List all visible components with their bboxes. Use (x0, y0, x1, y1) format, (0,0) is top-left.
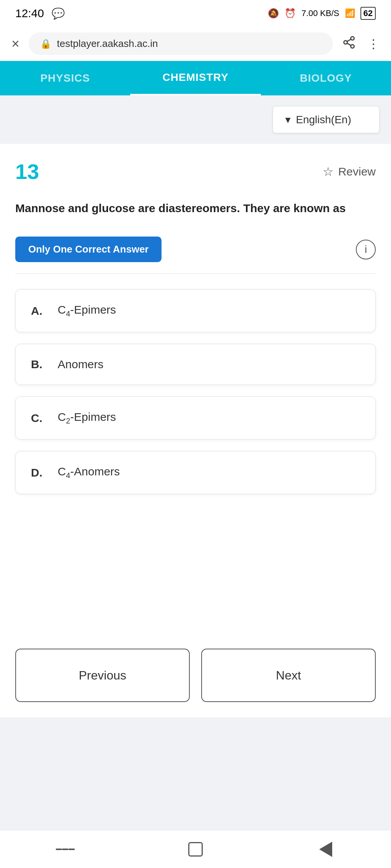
options-list: A. C4-Epimers B. Anomers C. C2-Epimers D… (15, 289, 376, 494)
android-nav-bar (0, 830, 391, 868)
answer-type-badge[interactable]: Only One Correct Answer (15, 237, 162, 262)
more-options-icon[interactable]: ⋮ (367, 37, 380, 51)
back-triangle-icon (319, 842, 332, 857)
option-a-text: C4-Epimers (58, 303, 116, 318)
option-b[interactable]: B. Anomers (15, 344, 376, 385)
language-bar: ▾ English(En) (0, 95, 391, 144)
tab-biology[interactable]: BIOLOGY (261, 61, 391, 95)
tab-chemistry[interactable]: CHEMISTRY (130, 61, 260, 95)
home-square-icon (188, 842, 203, 857)
subject-tab-bar: PHYSICS CHEMISTRY BIOLOGY (0, 61, 391, 95)
svg-line-3 (347, 43, 351, 45)
signal-icon: 📶 (345, 8, 355, 18)
option-a[interactable]: A. C4-Epimers (15, 289, 376, 332)
speed-display: 7.00 KB/S (301, 8, 339, 18)
star-icon: ☆ (323, 164, 334, 179)
notification-icon: 🔕 (268, 8, 279, 19)
section-divider (15, 274, 376, 274)
question-text: Mannose and glucose are diastereomers. T… (15, 199, 376, 217)
answer-type-row: Only One Correct Answer i (15, 237, 376, 262)
close-button[interactable]: × (11, 36, 19, 52)
status-bar: 12:40 💬 🔕 ⏰ 7.00 KB/S 📶 62 (0, 0, 391, 27)
url-bar[interactable]: 🔒 testplayer.aakash.ac.in (29, 32, 333, 55)
option-c-label: C. (31, 412, 46, 425)
next-button[interactable]: Next (201, 649, 376, 702)
battery-indicator: 62 (360, 7, 376, 20)
language-label: English(En) (296, 114, 351, 126)
android-menu-icon[interactable] (56, 840, 75, 859)
url-text: testplayer.aakash.ac.in (57, 38, 158, 50)
alarm-icon: ⏰ (284, 8, 296, 19)
option-d[interactable]: D. C4-Anomers (15, 451, 376, 494)
spacer (0, 717, 391, 830)
info-icon[interactable]: i (356, 240, 376, 259)
option-a-label: A. (31, 304, 46, 317)
status-icons: 🔕 ⏰ 7.00 KB/S 📶 62 (268, 7, 376, 20)
language-dropdown[interactable]: ▾ English(En) (273, 106, 380, 133)
question-container: 13 ☆ Review Mannose and glucose are dias… (0, 144, 391, 637)
review-button[interactable]: ☆ Review (323, 164, 376, 179)
browser-bar: × 🔒 testplayer.aakash.ac.in ⋮ (0, 27, 391, 61)
lock-icon: 🔒 (40, 39, 52, 49)
android-home-icon[interactable] (186, 840, 205, 859)
navigation-buttons: Previous Next (0, 637, 391, 717)
review-label: Review (338, 165, 376, 178)
chevron-down-icon: ▾ (285, 113, 291, 126)
option-c[interactable]: C. C2-Epimers (15, 396, 376, 440)
option-b-text: Anomers (58, 358, 103, 371)
battery-level: 62 (364, 8, 373, 18)
question-header: 13 ☆ Review (15, 159, 376, 184)
tab-physics[interactable]: PHYSICS (0, 61, 130, 95)
time-display: 12:40 (15, 7, 44, 20)
option-d-text: C4-Anomers (58, 465, 120, 480)
whatsapp-icon: 💬 (52, 7, 65, 20)
svg-line-4 (347, 39, 351, 41)
status-time: 12:40 💬 (15, 7, 65, 20)
share-icon[interactable] (342, 35, 356, 52)
previous-button[interactable]: Previous (15, 649, 190, 702)
option-c-text: C2-Epimers (58, 411, 116, 425)
browser-actions: ⋮ (342, 35, 380, 52)
option-b-label: B. (31, 358, 46, 371)
android-back-icon[interactable] (316, 840, 335, 859)
question-number: 13 (15, 159, 39, 184)
option-d-label: D. (31, 466, 46, 479)
